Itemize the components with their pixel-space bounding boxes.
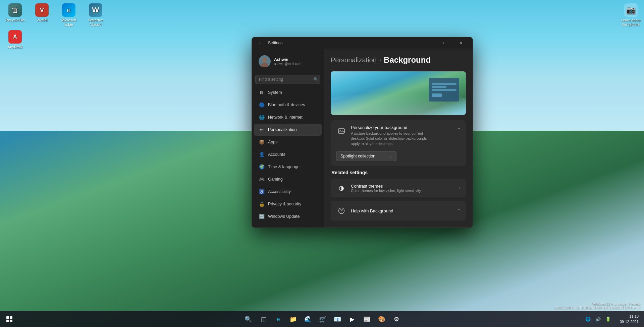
taskbar-search-button[interactable]: 🔍 xyxy=(241,313,256,326)
privacy-label: Privacy & security xyxy=(268,202,301,206)
win-logo-br xyxy=(10,320,12,322)
contrast-themes-text: Contrast themes Color themes for low vis… xyxy=(351,184,455,193)
privacy-icon: 🔒 xyxy=(259,201,265,207)
breadcrumb-separator: › xyxy=(379,57,381,63)
personalize-section-body: Spotlight collection ⌄ xyxy=(331,151,466,166)
window-titlebar: ← Settings — □ ✕ xyxy=(252,37,473,49)
start-button[interactable] xyxy=(3,313,16,326)
taskbar-center: 🔍 ◫ e 📁 🌊 🛒 📧 ▶ 📰 🎨 ⚙ xyxy=(241,313,403,326)
recycle-bin-label: Recycle Bin xyxy=(5,18,25,22)
win-logo-tr xyxy=(10,316,12,319)
settings-search-input[interactable] xyxy=(255,75,320,84)
breadcrumb-personalization[interactable]: Personalization xyxy=(331,56,377,64)
sidebar-item-privacy[interactable]: 🔒 Privacy & security xyxy=(254,198,322,210)
eval-line2: Evaluation copy, Build 22518.rs_prerelea… xyxy=(555,306,640,310)
desktop-icon-recycle-bin[interactable]: 🗑 Recycle Bin xyxy=(3,3,27,27)
preview-line-1 xyxy=(432,83,457,85)
related-item-contrast-themes[interactable]: ◑ Contrast themes Color themes for low v… xyxy=(331,179,466,197)
desktop-icon-waterfox[interactable]: W Waterfox Classic xyxy=(84,3,107,27)
taskbar-right: 🌐 🔊 🔋 11:13 09-12-2021 xyxy=(583,314,644,324)
help-section-header[interactable]: Help with Background ⌃ xyxy=(331,201,466,221)
taskbar-file-explorer-button[interactable]: 📁 xyxy=(286,313,300,326)
sidebar-item-accounts[interactable]: 👤 Accounts xyxy=(254,148,322,160)
tray-battery-icon[interactable]: 🔋 xyxy=(603,315,613,324)
edge-icon: e xyxy=(62,3,75,17)
sidebar-item-apps[interactable]: 📦 Apps xyxy=(254,136,322,148)
maximize-button[interactable]: □ xyxy=(437,38,452,48)
preview-line-2 xyxy=(432,86,446,88)
related-settings-container: Related settings ◑ Contrast themes Color… xyxy=(331,170,466,197)
accounts-label: Accounts xyxy=(268,152,285,157)
taskbar-date-display: 09-12-2021 xyxy=(620,319,639,324)
system-label: System xyxy=(268,90,282,95)
eval-line1: Windows 11 Pro Insider Preview xyxy=(555,302,640,306)
svg-point-1 xyxy=(262,58,267,62)
win-logo-tl xyxy=(6,316,9,319)
personalize-section-header[interactable]: Personalize your background A picture ba… xyxy=(331,120,466,151)
recycle-bin-icon: 🗑 xyxy=(8,3,22,17)
window-content: Ashwin ashwin@mail.com 🔍 🖥 System xyxy=(252,49,473,227)
desktop-icons-row1: 🗑 Recycle Bin V Vivaldi e Microsoft Edge… xyxy=(3,3,107,27)
anydesk-icon: A xyxy=(8,30,22,44)
back-button[interactable]: ← xyxy=(256,38,265,48)
sidebar-item-network[interactable]: 🌐 Network & internet xyxy=(254,111,322,123)
help-icon xyxy=(336,205,347,216)
search-icon: 🔍 xyxy=(313,77,318,82)
user-profile[interactable]: Ashwin ashwin@mail.com xyxy=(254,52,322,71)
personalize-section-chevron: ⌃ xyxy=(457,127,461,132)
taskbar-settings-button[interactable]: ⚙ xyxy=(390,313,403,326)
desktop-icon-vivaldi[interactable]: V Vivaldi xyxy=(30,3,54,27)
apps-label: Apps xyxy=(268,140,278,144)
network-label: Network & internet xyxy=(268,115,303,120)
taskbar-news-button[interactable]: 📰 xyxy=(360,313,374,326)
tray-sound-icon[interactable]: 🔊 xyxy=(593,315,603,324)
taskbar-paint-button[interactable]: 🎨 xyxy=(375,313,388,326)
personalize-background-section: Personalize your background A picture ba… xyxy=(331,120,466,166)
taskbar-store-button[interactable]: 🛒 xyxy=(316,313,329,326)
sidebar-item-system[interactable]: 🖥 System xyxy=(254,86,322,99)
taskbar-task-view-button[interactable]: ◫ xyxy=(257,313,270,326)
windows-update-label: Windows Update xyxy=(268,214,300,219)
user-name: Ashwin xyxy=(274,57,301,62)
help-title: Help with Background xyxy=(351,208,393,213)
taskbar-media-button[interactable]: ▶ xyxy=(345,313,359,326)
preview-line-3 xyxy=(432,89,457,91)
vivaldi-icon: V xyxy=(35,3,49,17)
titlebar-controls: — □ ✕ xyxy=(421,38,469,48)
svg-rect-3 xyxy=(338,129,344,133)
learn-about-picture-icon[interactable]: 📷 Learn aboutthis picture xyxy=(621,3,641,27)
taskbar-edge-button[interactable]: e xyxy=(272,313,285,326)
minimize-button[interactable]: — xyxy=(421,38,436,48)
accessibility-icon: ♿ xyxy=(259,189,265,195)
settings-window: ← Settings — □ ✕ xyxy=(252,37,473,228)
sidebar-item-bluetooth[interactable]: 🔵 Bluetooth & devices xyxy=(254,99,322,111)
gaming-icon: 🎮 xyxy=(259,176,265,182)
apps-icon: 📦 xyxy=(259,139,265,145)
background-type-dropdown[interactable]: Spotlight collection ⌄ xyxy=(336,151,396,161)
sidebar-item-windows-update[interactable]: 🔄 Windows Update xyxy=(254,210,322,222)
close-button[interactable]: ✕ xyxy=(453,38,469,48)
taskbar-separator xyxy=(615,316,615,323)
taskbar-clock[interactable]: 11:13 09-12-2021 xyxy=(617,314,641,324)
taskbar-browser-button[interactable]: 🌊 xyxy=(301,313,315,326)
desktop-icon-edge[interactable]: e Microsoft Edge xyxy=(57,3,80,27)
vivaldi-label: Vivaldi xyxy=(37,18,47,22)
sidebar-item-accessibility[interactable]: ♿ Accessibility xyxy=(254,186,322,198)
bluetooth-label: Bluetooth & devices xyxy=(268,103,305,107)
sidebar-item-personalization[interactable]: ✏ Personalization xyxy=(254,124,322,136)
network-icon: 🌐 xyxy=(259,114,265,120)
desktop-icon-anydesk[interactable]: A AnyDesk xyxy=(3,30,27,49)
personalization-icon: ✏ xyxy=(259,127,265,133)
dropdown-arrow-icon: ⌄ xyxy=(389,154,392,158)
personalize-section-desc: A picture background applies to your cur… xyxy=(351,131,435,146)
taskbar-mail-button[interactable]: 📧 xyxy=(331,313,344,326)
window-title: Settings xyxy=(268,41,282,45)
desktop: 🗑 Recycle Bin V Vivaldi e Microsoft Edge… xyxy=(0,0,644,327)
user-info: Ashwin ashwin@mail.com xyxy=(274,57,301,66)
sidebar-item-time-language[interactable]: 🌍 Time & language xyxy=(254,161,322,173)
system-tray: 🌐 🔊 🔋 xyxy=(583,315,613,324)
sidebar-item-gaming[interactable]: 🎮 Gaming xyxy=(254,173,322,185)
help-section: Help with Background ⌃ xyxy=(331,201,466,221)
tray-network-icon[interactable]: 🌐 xyxy=(583,315,593,324)
gaming-label: Gaming xyxy=(268,177,283,182)
